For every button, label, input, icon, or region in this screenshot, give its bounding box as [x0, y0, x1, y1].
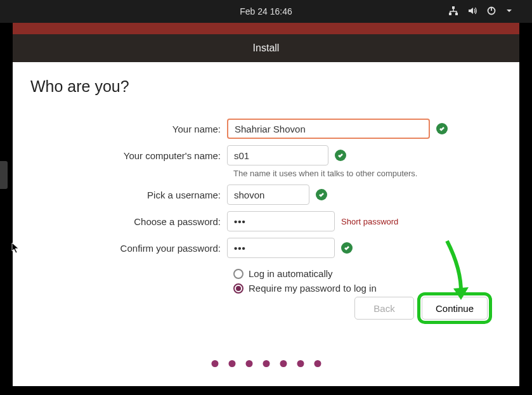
continue-button[interactable]: Continue — [422, 297, 488, 320]
confirm-password-field[interactable] — [227, 238, 335, 258]
radio-icon — [233, 269, 243, 279]
system-tray[interactable] — [448, 6, 513, 18]
password-field[interactable] — [227, 211, 335, 231]
login-require-password-label: Require my password to log in — [249, 283, 377, 294]
svg-rect-2 — [455, 13, 458, 15]
page-title: Who are you? — [30, 77, 502, 96]
chevron-down-icon[interactable] — [505, 6, 513, 16]
power-icon[interactable] — [486, 6, 496, 18]
progress-dot — [228, 360, 235, 367]
username-field[interactable] — [227, 185, 309, 205]
nav-buttons: Back Continue — [354, 297, 488, 320]
hostname-field[interactable] — [227, 145, 328, 165]
hostname-label: Your computer's name: — [30, 150, 227, 161]
login-auto-label: Log in automatically — [249, 268, 333, 279]
confirm-password-label: Confirm your password: — [30, 243, 227, 254]
login-require-password-option[interactable]: Require my password to log in — [233, 283, 502, 294]
progress-dot — [314, 360, 321, 367]
progress-dot — [297, 360, 304, 367]
password-strength: Short password — [341, 217, 398, 226]
network-icon[interactable] — [448, 6, 458, 18]
user-form: Your name: Your computer's name: The nam… — [30, 119, 502, 294]
check-icon — [436, 123, 448, 134]
clock[interactable]: Feb 24 16:46 — [240, 6, 292, 16]
name-label: Your name: — [30, 124, 227, 134]
svg-rect-1 — [449, 13, 451, 15]
username-label: Pick a username: — [30, 190, 227, 200]
hostname-hint: The name it uses when it talks to other … — [233, 169, 502, 178]
window-accent-band — [13, 23, 519, 34]
window-titlebar: Install — [13, 34, 519, 62]
window-title: Install — [253, 42, 280, 54]
top-panel: Feb 24 16:46 — [0, 0, 532, 23]
back-button[interactable]: Back — [354, 297, 414, 320]
password-label: Choose a password: — [30, 216, 227, 227]
login-auto-option[interactable]: Log in automatically — [233, 268, 502, 279]
svg-rect-0 — [452, 6, 455, 9]
check-icon — [341, 242, 353, 254]
progress-dot — [211, 360, 218, 367]
progress-dot — [263, 360, 269, 367]
name-field[interactable] — [227, 119, 430, 139]
dock-edge[interactable] — [0, 161, 8, 189]
progress-dots — [211, 360, 321, 367]
progress-dot — [245, 360, 252, 367]
radio-icon — [233, 283, 243, 294]
installer-page: Who are you? Your name: Your computer's … — [13, 62, 519, 386]
check-icon — [316, 189, 327, 200]
check-icon — [335, 150, 346, 161]
volume-icon[interactable] — [467, 6, 477, 18]
progress-dot — [280, 360, 287, 367]
